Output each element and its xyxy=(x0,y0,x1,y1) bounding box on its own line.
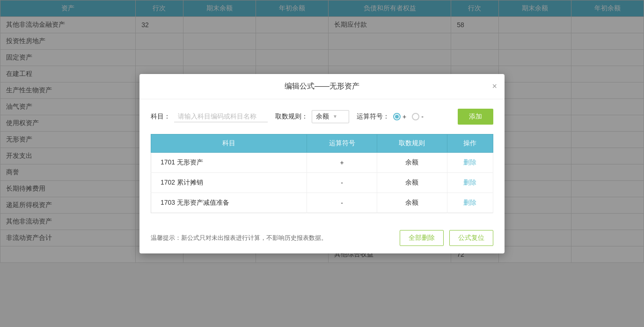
modal-overlay: 编辑公式——无形资产 × 科目： 取数规则： 余额 ▼ xyxy=(0,0,644,327)
operator-plus-label: + xyxy=(402,113,406,120)
operator-minus-option[interactable]: - xyxy=(412,113,424,120)
modal-title: 编辑公式——无形资产 xyxy=(285,82,359,90)
delete-row-link[interactable]: 删除 xyxy=(463,178,476,186)
rule-group: 取数规则： 余额 ▼ xyxy=(275,110,349,123)
operator-plus-option[interactable]: + xyxy=(393,113,406,120)
formula-rule: 余额 xyxy=(377,152,447,172)
operator-group: 运算符号： + - xyxy=(357,112,424,121)
th-subject: 科目 xyxy=(151,134,307,152)
formula-row: 1703 无形资产减值准备-余额删除 xyxy=(151,193,493,213)
formula-row: 1701 无形资产+余额删除 xyxy=(151,152,493,172)
delete-row-link[interactable]: 删除 xyxy=(463,158,476,166)
th-rule: 取数规则 xyxy=(377,134,447,152)
formula-subject: 1703 无形资产减值准备 xyxy=(151,193,307,213)
add-button[interactable]: 添加 xyxy=(458,109,493,125)
formula-operator: + xyxy=(307,152,377,172)
chevron-down-icon: ▼ xyxy=(333,114,337,119)
footer-hint: 温馨提示：新公式只对未出报表进行计算，不影响历史报表数据。 xyxy=(151,234,327,242)
radio-minus-circle xyxy=(412,113,419,120)
footer-buttons: 全部删除 公式复位 xyxy=(400,230,493,246)
rule-label: 取数规则： xyxy=(275,112,308,121)
formula-rule: 余额 xyxy=(377,193,447,213)
formula-action: 删除 xyxy=(447,172,493,193)
formula-operator: - xyxy=(307,172,377,193)
modal-body: 科目： 取数规则： 余额 ▼ 运算符号： xyxy=(139,99,505,223)
formula-action: 删除 xyxy=(447,193,493,213)
operator-options: + - xyxy=(393,113,424,120)
operator-minus-label: - xyxy=(421,113,424,120)
formula-table: 科目 运算符号 取数规则 操作 1701 无形资产+余额删除1702 累计摊销-… xyxy=(151,134,493,213)
subject-input[interactable] xyxy=(174,111,268,122)
rule-select[interactable]: 余额 ▼ xyxy=(312,110,349,123)
formula-rule: 余额 xyxy=(377,172,447,193)
delete-all-button[interactable]: 全部删除 xyxy=(400,230,444,246)
formula-operator: - xyxy=(307,193,377,213)
rule-value: 余额 xyxy=(316,112,329,121)
formula-subject: 1702 累计摊销 xyxy=(151,172,307,193)
form-row: 科目： 取数规则： 余额 ▼ 运算符号： xyxy=(151,109,493,125)
th-operator: 运算符号 xyxy=(307,134,377,152)
operator-label: 运算符号： xyxy=(357,112,389,121)
formula-subject: 1701 无形资产 xyxy=(151,152,307,172)
modal-header: 编辑公式——无形资产 × xyxy=(139,74,505,99)
delete-row-link[interactable]: 删除 xyxy=(463,199,476,206)
close-button[interactable]: × xyxy=(492,82,497,90)
edit-formula-modal: 编辑公式——无形资产 × 科目： 取数规则： 余额 ▼ xyxy=(139,74,505,253)
radio-plus-circle xyxy=(393,113,401,120)
reset-formula-button[interactable]: 公式复位 xyxy=(449,230,493,246)
modal-footer: 温馨提示：新公式只对未出报表进行计算，不影响历史报表数据。 全部删除 公式复位 xyxy=(139,223,505,253)
subject-label: 科目： xyxy=(151,112,170,121)
subject-group: 科目： xyxy=(151,111,268,122)
formula-row: 1702 累计摊销-余额删除 xyxy=(151,172,493,193)
table-header-row: 科目 运算符号 取数规则 操作 xyxy=(151,134,493,152)
formula-action: 删除 xyxy=(447,152,493,172)
th-action: 操作 xyxy=(447,134,493,152)
